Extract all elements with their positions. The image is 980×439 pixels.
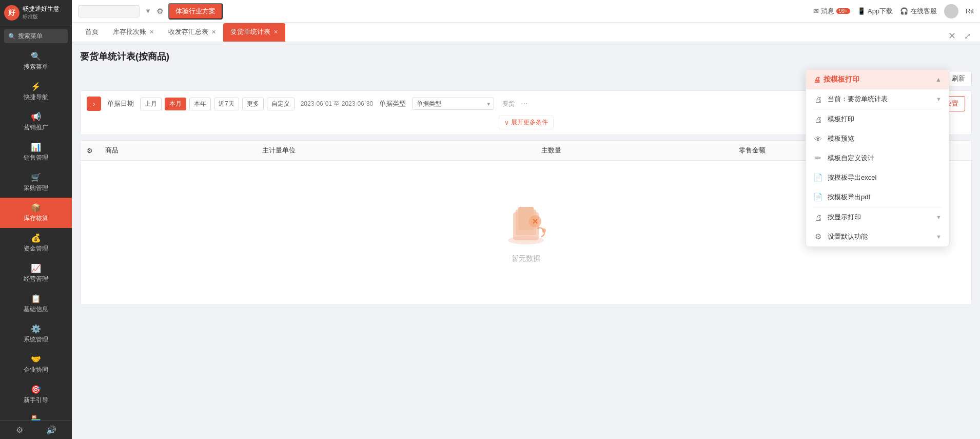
app-download-label: App下载 <box>868 7 893 16</box>
filter-expand-icon[interactable]: › <box>87 97 101 111</box>
dropdown-export-excel[interactable]: 📄 按模板导出excel <box>806 168 949 187</box>
sidebar-item-sales[interactable]: 📊 销售管理 <box>0 137 72 167</box>
username: Rit <box>966 7 974 15</box>
dropdown-template-custom-icon: ✏ <box>813 154 822 163</box>
search-menu[interactable]: 🔍 搜索菜单 <box>4 29 68 43</box>
sidebar-item-label: 快捷导航 <box>24 93 48 102</box>
tab-close-window-icon[interactable]: ✕ <box>945 30 959 42</box>
avatar[interactable] <box>944 4 958 18</box>
sidebar-item-label: 新手引导 <box>24 396 48 405</box>
sound-bottom-icon[interactable]: 🔊 <box>46 425 56 435</box>
dropdown-template-print-label: 模板打印 <box>828 114 854 124</box>
sidebar-item-label: 销售管理 <box>24 154 48 162</box>
tab-inventory-batch-close-icon[interactable]: ✕ <box>149 29 154 35</box>
svg-point-7 <box>542 228 546 233</box>
date-btn-this-month[interactable]: 本月 <box>165 98 186 110</box>
expand-more-label: 展开更多条件 <box>511 118 548 127</box>
tab-order-stats-close-icon[interactable]: ✕ <box>273 29 278 35</box>
logo-icon: 好 <box>4 5 19 21</box>
dropdown-current-icon: 🖨 <box>813 95 822 104</box>
dropdown-current-left: 🖨 当前：要货单统计表 <box>813 94 888 104</box>
dropdown-print-icon: 🖨 <box>813 75 820 84</box>
sidebar-item-collab[interactable]: 🤝 企业协同 <box>0 349 72 379</box>
dropdown-set-default-label: 设置默认功能 <box>828 232 868 241</box>
online-service-btn[interactable]: 🎧 在线客服 <box>900 7 937 16</box>
dropdown-set-default-left: ⚙ 设置默认功能 <box>813 232 868 241</box>
tab-home[interactable]: 首页 <box>78 23 106 42</box>
dropdown-template-preview-label: 模板预览 <box>828 134 854 143</box>
dropdown-template-preview-icon: 👁 <box>813 135 822 143</box>
th-settings[interactable]: ⚙ <box>81 141 99 161</box>
tab-order-stats-label: 要货单统计表 <box>230 27 270 36</box>
inventory-nav-icon: 📦 <box>31 203 41 213</box>
tab-order-stats[interactable]: 要货单统计表 ✕ <box>223 23 285 42</box>
sidebar-item-label: 企业协同 <box>24 366 48 374</box>
dropdown-title: 🖨 按模板打印 <box>813 75 859 84</box>
dropdown-display-print[interactable]: 🖨 按显示打印 ▼ <box>806 207 949 227</box>
expand-down-icon: ∨ <box>504 119 509 126</box>
date-btn-7days[interactable]: 近7天 <box>214 98 239 110</box>
sidebar-item-finance[interactable]: 💰 资金管理 <box>0 228 72 258</box>
sidebar-item-system[interactable]: ⚙️ 系统管理 <box>0 319 72 349</box>
dropdown-template-print-icon: 🖨 <box>813 115 822 124</box>
basic-nav-icon: 📋 <box>31 294 41 303</box>
tab-receivables-label: 收发存汇总表 <box>168 27 208 36</box>
dropdown-export-excel-icon: 📄 <box>813 173 822 182</box>
dropdown-template-preview[interactable]: 👁 模板预览 <box>806 129 949 148</box>
tab-maximize-icon[interactable]: ⤢ <box>961 31 974 41</box>
dropdown-template-print[interactable]: 🖨 模板打印 <box>806 109 949 129</box>
date-btn-custom[interactable]: 自定义 <box>267 98 295 110</box>
sidebar-item-basic[interactable]: 📋 基础信息 <box>0 289 72 319</box>
type-select[interactable]: 单据类型 <box>412 98 494 110</box>
tab-receivables[interactable]: 收发存汇总表 ✕ <box>161 23 223 42</box>
logo-text-block: 畅捷通好生意 标准版 <box>23 5 60 21</box>
date-btn-this-year[interactable]: 本年 <box>189 98 211 110</box>
sales-nav-icon: 📊 <box>31 142 41 152</box>
tab-inventory-batch[interactable]: 库存批次账 ✕ <box>106 23 161 42</box>
dropdown-title-label: 按模板打印 <box>824 75 859 84</box>
dropdown-template-custom[interactable]: ✏ 模板自定义设计 <box>806 148 949 168</box>
topbar-gear-icon[interactable]: ⚙ <box>156 7 163 16</box>
date-filter-label: 单据日期 <box>107 99 134 108</box>
th-qty: 主数量 <box>535 141 733 161</box>
trial-button[interactable]: 体验行业方案 <box>168 3 223 20</box>
dropdown-export-pdf[interactable]: 📄 按模板导出pdf <box>806 187 949 207</box>
sidebar-item-marketing[interactable]: 📢 营销推广 <box>0 107 72 137</box>
topbar: ▼ ⚙ 体验行业方案 ✉ 消息 99+ 📱 App下载 🎧 在线客服 Rit <box>72 0 980 23</box>
sidebar-item-search[interactable]: 🔍 搜索菜单 <box>0 46 72 77</box>
expand-more-button[interactable]: ∨ 展开更多条件 <box>499 116 554 129</box>
sidebar-item-label: 基础信息 <box>24 305 48 314</box>
messages-label: 消息 <box>821 7 834 16</box>
dropdown-current-template[interactable]: 🖨 当前：要货单统计表 ▼ <box>806 89 949 109</box>
dropdown-display-print-left: 🖨 按显示打印 <box>813 213 861 222</box>
dropdown-chevron-up-icon[interactable]: ▲ <box>935 76 942 83</box>
sidebar-item-inventory[interactable]: 📦 库存核算 <box>0 198 72 228</box>
th-product: 商品 <box>99 141 256 161</box>
sidebar-item-label: 营销推广 <box>24 123 48 132</box>
app-logo: 好 畅捷通好生意 标准版 <box>0 0 72 26</box>
date-btn-last-month[interactable]: 上月 <box>140 98 162 110</box>
topbar-search-input[interactable] <box>78 5 140 17</box>
dropdown-export-excel-label: 按模板导出excel <box>828 173 876 182</box>
more-actions-icon[interactable]: ··· <box>521 99 527 108</box>
date-btn-more[interactable]: 更多 <box>242 98 264 110</box>
app-subtitle: 标准版 <box>23 13 60 21</box>
app-download-btn[interactable]: 📱 App下载 <box>857 7 893 16</box>
tab-inventory-batch-label: 库存批次账 <box>113 27 146 36</box>
messages-btn[interactable]: ✉ 消息 99+ <box>813 7 850 16</box>
sidebar-item-quick[interactable]: ⚡ 快捷导航 <box>0 77 72 107</box>
search-icon: 🔍 <box>8 33 16 40</box>
tab-receivables-close-icon[interactable]: ✕ <box>211 29 216 35</box>
sidebar-bottom: ⚙ 🔊 <box>0 421 72 439</box>
tab-home-label: 首页 <box>85 27 99 36</box>
topbar-chevron-icon[interactable]: ▼ <box>145 7 151 15</box>
sidebar-item-appstore[interactable]: 🏪 应用中心 <box>0 410 72 421</box>
sidebar-item-guide[interactable]: 🎯 新手引导 <box>0 379 72 410</box>
sidebar-item-purchase[interactable]: 🛒 采购管理 <box>0 167 72 198</box>
sidebar-item-label: 资金管理 <box>24 244 48 253</box>
settings-bottom-icon[interactable]: ⚙ <box>16 425 23 435</box>
dropdown-set-default[interactable]: ⚙ 设置默认功能 ▼ <box>806 227 949 246</box>
dropdown-set-default-icon: ⚙ <box>813 232 822 241</box>
dropdown-template-custom-label: 模板自定义设计 <box>828 154 874 163</box>
sidebar-item-operation[interactable]: 📈 经营管理 <box>0 258 72 289</box>
